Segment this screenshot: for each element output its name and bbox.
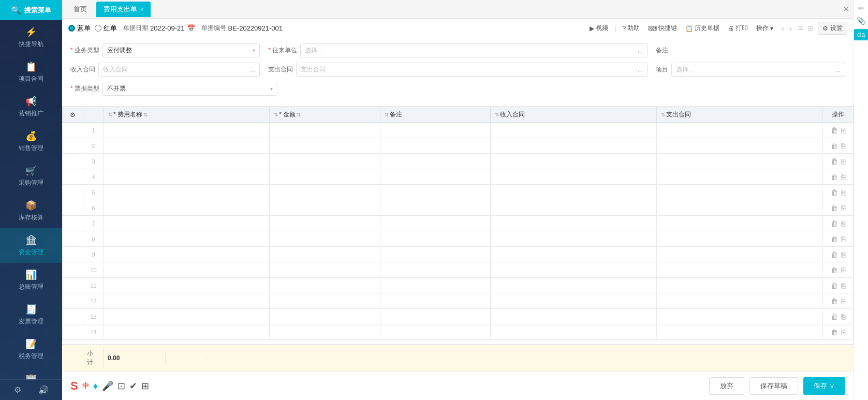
row-delete-icon[interactable]: 🗑	[831, 188, 838, 197]
row-note-cell[interactable]	[380, 262, 491, 278]
expense-table[interactable]: ⚙ ⇅ * 费用名称 ⇅	[62, 107, 854, 344]
row-copy-icon[interactable]: ⎘	[841, 219, 845, 228]
row-amount-cell[interactable]	[270, 262, 380, 278]
row-expense-cell[interactable]	[656, 309, 822, 324]
row-amount-cell[interactable]	[270, 324, 380, 340]
sort-up-icon[interactable]: ⇅	[108, 112, 112, 117]
row-note-cell[interactable]	[380, 247, 491, 262]
row-note-cell[interactable]	[380, 185, 491, 200]
row-expense-cell[interactable]	[656, 185, 822, 200]
row-name-cell[interactable]	[104, 231, 270, 247]
row-note-cell[interactable]	[380, 324, 491, 340]
table-row[interactable]: 2 🗑 ⎘	[63, 138, 854, 154]
row-copy-icon[interactable]: ⎘	[841, 157, 845, 166]
row-name-cell[interactable]	[104, 278, 270, 293]
income-contract-input[interactable]: 收入合同 ...	[98, 63, 260, 77]
row-amount-cell[interactable]	[270, 293, 380, 309]
side-panel-attach-icon[interactable]: 📎	[857, 17, 865, 25]
nav-next-icon[interactable]: ›	[787, 23, 794, 34]
row-copy-icon[interactable]: ⎘	[841, 126, 845, 135]
sidebar-search[interactable]: 🔍 搜索菜单	[0, 0, 62, 20]
row-income-cell[interactable]	[491, 185, 656, 200]
save-button[interactable]: 保存 ∨	[803, 377, 845, 395]
volume-bottom-icon[interactable]: 🔊	[38, 385, 49, 395]
col-note-header[interactable]: ⇅ 备注	[380, 107, 491, 123]
video-button[interactable]: ▶ 视频	[587, 23, 610, 34]
row-name-cell[interactable]	[104, 247, 270, 262]
row-name-cell[interactable]	[104, 138, 270, 154]
row-amount-cell[interactable]	[270, 309, 380, 324]
save-draft-button[interactable]: 保存草稿	[749, 377, 798, 395]
sidebar-item-tax[interactable]: 📝 税务管理	[0, 332, 62, 367]
row-name-cell[interactable]	[104, 216, 270, 231]
table-row[interactable]: 9 🗑 ⎘	[63, 247, 854, 262]
row-name-cell[interactable]	[104, 185, 270, 200]
history-button[interactable]: 📋 历史单据	[683, 23, 722, 34]
sidebar-item-marketing[interactable]: 📢 营销推广	[0, 90, 62, 124]
row-expense-cell[interactable]	[656, 200, 822, 216]
row-note-cell[interactable]	[380, 169, 491, 185]
row-copy-icon[interactable]: ⎘	[841, 313, 845, 321]
help-button[interactable]: ? 助助	[620, 23, 642, 34]
row-income-cell[interactable]	[491, 278, 656, 293]
row-expense-cell[interactable]	[656, 154, 822, 169]
col-settings-header[interactable]: ⚙	[63, 107, 83, 123]
row-amount-cell[interactable]	[270, 123, 380, 138]
expense-contract-input[interactable]: 支出合同 ...	[296, 63, 648, 77]
row-note-cell[interactable]	[380, 123, 491, 138]
row-delete-icon[interactable]: 🗑	[831, 282, 838, 290]
row-delete-icon[interactable]: 🗑	[831, 250, 838, 259]
row-expense-cell[interactable]	[656, 169, 822, 185]
row-name-cell[interactable]	[104, 123, 270, 138]
table-row[interactable]: 14 🗑 ⎘	[63, 324, 854, 340]
table-row[interactable]: 8 🗑 ⎘	[63, 231, 854, 247]
row-amount-cell[interactable]	[270, 278, 380, 293]
grid-icon[interactable]: ⊡	[117, 380, 125, 392]
row-expense-cell[interactable]	[656, 278, 822, 293]
sidebar-item-invoice[interactable]: 🧾 发票管理	[0, 298, 62, 332]
row-note-cell[interactable]	[380, 309, 491, 324]
sidebar-item-project-contract[interactable]: 📋 项目合同	[0, 55, 62, 90]
col-name-header[interactable]: ⇅ * 费用名称 ⇅	[104, 107, 270, 123]
row-income-cell[interactable]	[491, 154, 656, 169]
row-copy-icon[interactable]: ⎘	[841, 266, 845, 274]
table-row[interactable]: 10 🗑 ⎘	[63, 262, 854, 278]
note-sort-icon[interactable]: ⇅	[385, 112, 389, 117]
row-expense-cell[interactable]	[656, 123, 822, 138]
tab-expense[interactable]: 费用支出单 ×	[96, 2, 151, 17]
operation-button[interactable]: 操作 ▾	[754, 23, 775, 34]
row-copy-icon[interactable]: ⎘	[841, 142, 845, 150]
row-income-cell[interactable]	[491, 216, 656, 231]
print-button[interactable]: 🖨 打印	[726, 23, 750, 34]
row-name-cell[interactable]	[104, 262, 270, 278]
row-copy-icon[interactable]: ⎘	[841, 188, 845, 197]
sidebar-item-purchase[interactable]: 🛒 采购管理	[0, 159, 62, 194]
row-delete-icon[interactable]: 🗑	[831, 266, 838, 274]
row-note-cell[interactable]	[380, 278, 491, 293]
discard-button[interactable]: 放弃	[709, 377, 744, 395]
side-panel-green-button[interactable]: cia	[854, 29, 868, 40]
row-expense-cell[interactable]	[656, 293, 822, 309]
row-delete-icon[interactable]: 🗑	[831, 328, 838, 336]
table-row[interactable]: 13 🗑 ⎘	[63, 309, 854, 324]
row-amount-cell[interactable]	[270, 231, 380, 247]
invoice-type-select[interactable]: 不开票 ▾	[102, 82, 277, 96]
row-income-cell[interactable]	[491, 262, 656, 278]
shortcut-button[interactable]: ⌨ 快捷键	[646, 23, 679, 34]
check-icon[interactable]: ✔	[129, 380, 137, 392]
row-expense-cell[interactable]	[656, 247, 822, 262]
row-note-cell[interactable]	[380, 216, 491, 231]
sidebar-item-accounting[interactable]: 📊 总账管理	[0, 263, 62, 298]
table-row[interactable]: 6 🗑 ⎘	[63, 200, 854, 216]
sidebar-item-inventory[interactable]: 📦 库存核算	[0, 194, 62, 228]
col-amount-header[interactable]: ⇅ * 金额 ⇅	[270, 107, 380, 123]
row-amount-cell[interactable]	[270, 185, 380, 200]
row-note-cell[interactable]	[380, 154, 491, 169]
project-input[interactable]: 选择... ...	[671, 63, 845, 77]
row-copy-icon[interactable]: ⎘	[841, 328, 845, 336]
col-name-sort-icon[interactable]: ⇅	[143, 112, 148, 117]
row-amount-cell[interactable]	[270, 154, 380, 169]
table-row[interactable]: 5 🗑 ⎘	[63, 185, 854, 200]
radio-red[interactable]: 红单	[95, 24, 117, 33]
row-delete-icon[interactable]: 🗑	[831, 235, 838, 243]
